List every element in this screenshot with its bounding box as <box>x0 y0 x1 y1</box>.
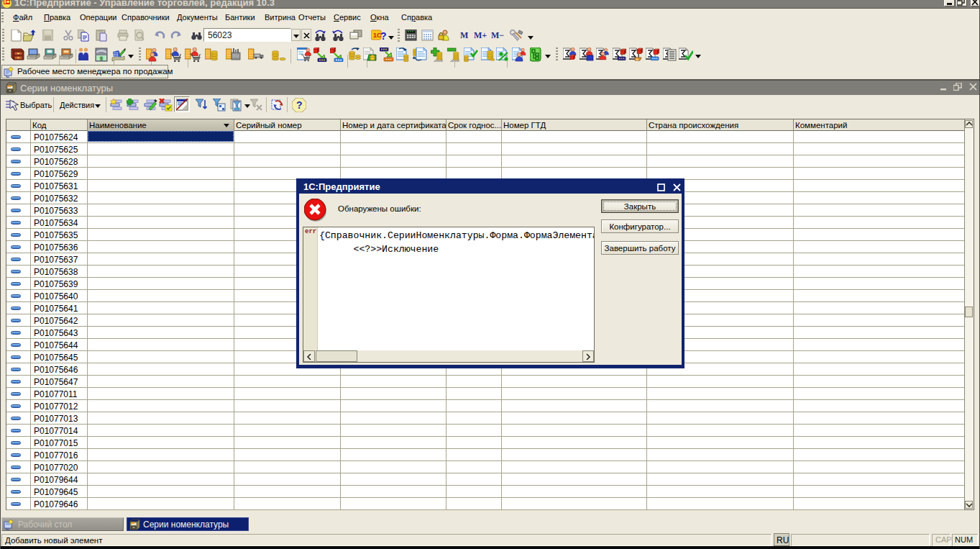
svg-text:?: ? <box>296 99 303 111</box>
svg-text:?: ? <box>380 30 387 42</box>
svg-text:$: $ <box>100 56 103 61</box>
